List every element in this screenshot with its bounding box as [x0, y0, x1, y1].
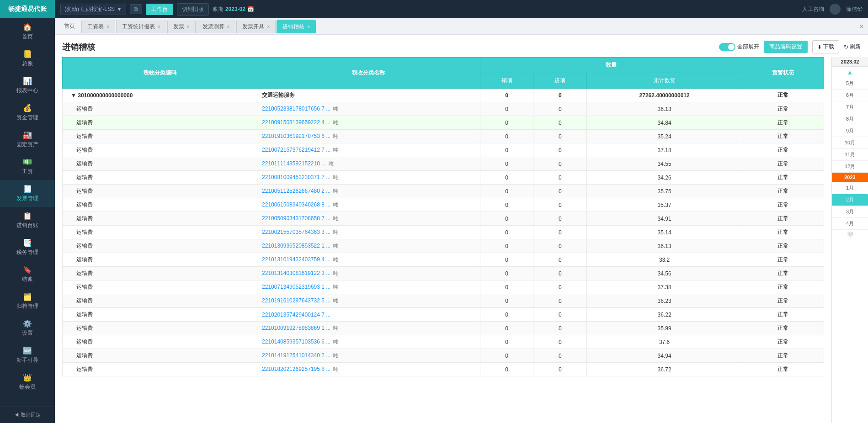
tab-invoice-calc[interactable]: 发票测算 × — [197, 20, 236, 33]
expand-toggle[interactable] — [719, 43, 735, 51]
download-button[interactable]: ⬇ 下载 — [812, 40, 839, 53]
settings-icon: ⚙️ — [23, 319, 32, 328]
sidebar-item-member[interactable]: 👑 畅会员 — [0, 369, 55, 396]
rp-month-item[interactable]: 3月 — [832, 206, 868, 218]
cell-purchase: 0 — [533, 198, 587, 212]
sidebar-item-sales-desk[interactable]: 📋 进销台账 — [0, 207, 55, 234]
cell-sales: 0 — [480, 363, 533, 376]
setting-button[interactable]: 商品编码设置 — [764, 41, 808, 53]
sidebar-item-settings[interactable]: ⚙️ 设置 — [0, 315, 55, 342]
support-label[interactable]: 人工咨询 — [802, 5, 824, 13]
sidebar-item-guide[interactable]: 🆕 新手引导 — [0, 342, 55, 369]
cell-status: 正常 — [742, 253, 824, 267]
tabbar: 首页 工资表 × 工资统计报表 × 发票 × 发票测算 × 发票开具 × 进销稽… — [55, 18, 868, 35]
cell-status: 正常 — [742, 267, 824, 280]
rp-month-item[interactable]: 8月 — [832, 113, 868, 125]
cell-purchase: 0 — [533, 349, 587, 363]
tab-invoice-close[interactable]: × — [187, 24, 190, 29]
switch-version-button[interactable]: 切到旧版 — [177, 3, 209, 16]
rp-month-item[interactable]: 12月 — [832, 161, 868, 173]
cell-status: 正常 — [742, 239, 824, 253]
rp-month-item[interactable]: 2月 — [832, 194, 868, 206]
close-all-button[interactable]: ✕ — [859, 23, 864, 30]
cell-cumulative: 37.6 — [587, 335, 742, 349]
tab-invoice[interactable]: 发票 × — [167, 20, 196, 33]
cell-sales: 0 — [480, 185, 533, 198]
rp-month-item[interactable]: 5月 — [832, 78, 868, 90]
tab-invoice-reconcile-close[interactable]: × — [307, 24, 310, 29]
rp-month-item[interactable]: 9月 — [832, 125, 868, 137]
sidebar-item-label: 税务管理 — [16, 249, 38, 256]
rp-month-item[interactable]: 2023 — [832, 173, 868, 182]
tab-invoice-calc-close[interactable]: × — [227, 24, 230, 29]
cell-invoice-num: 2210050903431708658 7 ...吨 — [257, 212, 480, 226]
sidebar-item-archive[interactable]: 🗂️ 归档管理 — [0, 288, 55, 315]
cell-cumulative: 33.2 — [587, 253, 742, 267]
cell-code: 运输费 — [63, 226, 257, 239]
rp-month-item[interactable]: 11月 — [832, 149, 868, 161]
sidebar-item-invoice-mgmt[interactable]: 🧾 发票管理 — [0, 180, 55, 207]
ledger-icon: 📒 — [23, 50, 32, 58]
sidebar-item-home[interactable]: 🏠 首页 — [0, 18, 55, 45]
sidebar-unpin[interactable]: ◀ 取消固定 — [0, 407, 55, 423]
tab-home[interactable]: 首页 — [59, 20, 80, 33]
tab-salary-label: 工资表 — [87, 23, 104, 31]
sidebar-item-settle[interactable]: 🔖 结账 — [0, 261, 55, 288]
sidebar-item-label: 结账 — [22, 275, 33, 283]
toggle-expand-area: 全部展开 — [719, 43, 759, 51]
cell-status: 正常 — [742, 89, 824, 102]
sidebar-item-ledger[interactable]: 📒 总账 — [0, 45, 55, 72]
th-status: 预警状态 — [742, 58, 824, 89]
table-row: 运输费 2210130936520853522 1 ...吨 0 0 36.13… — [63, 239, 824, 253]
calendar-icon[interactable]: 📅 — [247, 6, 254, 12]
table-row: 运输费 2210141912541014340 2 ...吨 0 0 34.94… — [63, 349, 824, 363]
cell-status: 正常 — [742, 116, 824, 130]
cell-purchase: 0 — [533, 308, 587, 322]
rp-month-item[interactable]: 6月 — [832, 90, 868, 101]
table-row: 运输费 2210191036192170753 6 ...吨 0 0 35.24… — [63, 130, 824, 143]
workbench-button[interactable]: 工作台 — [146, 4, 173, 15]
rp-month-item[interactable]: 1月 — [832, 182, 868, 194]
cell-cumulative: 34.91 — [587, 212, 742, 226]
company-selector[interactable]: (勿动) 江西报宝-LSS ▼ — [60, 4, 126, 15]
cell-cumulative: 36.72 — [587, 363, 742, 376]
cell-cumulative: 35.37 — [587, 198, 742, 212]
tab-salary[interactable]: 工资表 × — [81, 20, 115, 33]
cell-purchase: 0 — [533, 226, 587, 239]
cell-invoice-num: 2210052338178017656 7 ...吨 — [257, 102, 480, 116]
rp-month-item[interactable]: 4月 — [832, 218, 868, 230]
tab-salary-stats[interactable]: 工资统计报表 × — [116, 20, 166, 33]
sidebar-item-reports[interactable]: 📊 报表中心 — [0, 72, 55, 99]
refresh-button[interactable]: ↻ 刷新 — [844, 43, 861, 51]
rp-month-item[interactable]: 7月 — [832, 101, 868, 113]
cell-cumulative: 34.84 — [587, 116, 742, 130]
topbar: (勿动) 江西报宝-LSS ▼ ⧉ 工作台 切到旧版 账期 2023-02 📅 … — [55, 0, 868, 18]
tab-salary-close[interactable]: × — [107, 24, 109, 29]
sidebar-item-salary[interactable]: 💵 工资 — [0, 153, 55, 180]
sidebar-item-tax[interactable]: 📑 税务管理 — [0, 234, 55, 261]
capital-icon: 💰 — [23, 104, 32, 112]
tab-invoice-reconcile[interactable]: 进销稽核 × — [277, 20, 316, 33]
cell-invoice-num: 2210071349052319693 1 ...吨 — [257, 280, 480, 294]
cell-cumulative: 36.22 — [587, 308, 742, 322]
cell-invoice-num: 2210051125282667480 2 ...吨 — [257, 185, 480, 198]
sidebar-item-assets[interactable]: 🏭 固定资产 — [0, 126, 55, 153]
tab-invoice-open-close[interactable]: × — [267, 24, 270, 29]
tab-salary-stats-close[interactable]: × — [158, 24, 160, 29]
cell-cumulative: 27262.40000000012 — [587, 89, 742, 102]
salary-icon: 💵 — [23, 158, 32, 166]
cell-purchase: 0 — [533, 253, 587, 267]
sidebar-item-label: 首页 — [22, 33, 33, 41]
sidebar-item-label: 固定资产 — [16, 141, 38, 148]
cell-purchase: 0 — [533, 102, 587, 116]
copy-button[interactable]: ⧉ — [130, 4, 142, 14]
cell-code: 运输费 — [63, 157, 257, 171]
rp-month-item[interactable]: 10月 — [832, 137, 868, 149]
cell-sales: 0 — [480, 89, 533, 102]
cell-sales: 0 — [480, 267, 533, 280]
sidebar-item-capital[interactable]: 💰 资金管理 — [0, 99, 55, 126]
main-area: (勿动) 江西报宝-LSS ▼ ⧉ 工作台 切到旧版 账期 2023-02 📅 … — [55, 0, 868, 423]
cell-purchase: 0 — [533, 335, 587, 349]
rp-up-arrow[interactable]: ▲ — [832, 67, 868, 78]
tab-invoice-open[interactable]: 发票开具 × — [236, 20, 276, 33]
